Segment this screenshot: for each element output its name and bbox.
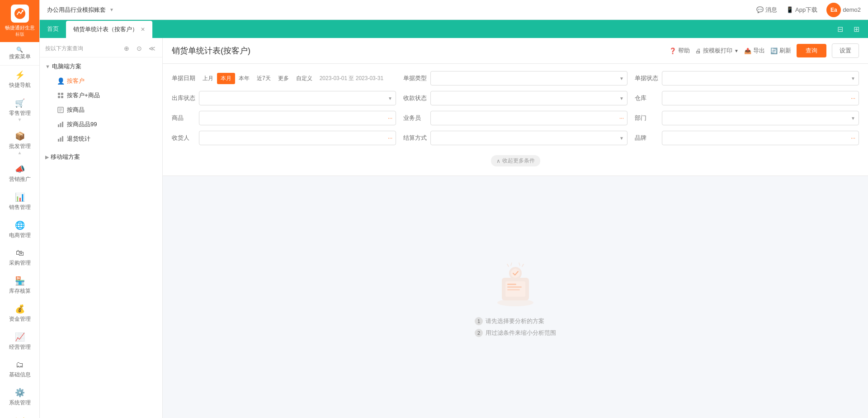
salesperson-label: 业务员 — [403, 114, 427, 122]
refresh-icon: 🔄 — [770, 48, 778, 54]
filter-item-product: 商品 ··· — [172, 111, 396, 125]
retail-label: 零售管理 — [9, 109, 31, 117]
tree-child-pc: 👤 按客户 按客户+商品 按商品 — [40, 74, 162, 146]
doc-status-control: ▼ — [662, 71, 859, 86]
tab-home-label: 首页 — [47, 25, 59, 33]
tree-section-mobile-title[interactable]: ▶ 移动端方案 — [40, 150, 162, 164]
collect-status-select[interactable] — [430, 91, 627, 105]
sidebar-item-purchase[interactable]: 🛍 采购管理 — [0, 244, 39, 271]
date-tab-7days[interactable]: 近7天 — [253, 73, 274, 84]
sidebar-item-quicknav[interactable]: ⚡ 快捷导航 — [0, 66, 39, 94]
filter-item-salesperson: 业务员 ··· — [403, 111, 627, 125]
ecommerce-icon: 🌐 — [15, 220, 25, 230]
username: demo2 — [843, 6, 861, 13]
purchase-icon: 🛍 — [16, 248, 24, 258]
page-title: 销货单统计表(按客户) — [172, 45, 250, 56]
template-print-btn[interactable]: 🖨 按模板打印 ▼ — [695, 47, 739, 55]
pc-expand-icon: ▼ — [45, 64, 50, 69]
refresh-btn[interactable]: 🔄 刷新 — [770, 47, 791, 55]
filter-row-3: 商品 ··· 业务员 ··· 部门 — [172, 111, 859, 125]
date-tab-this-year[interactable]: 本年 — [235, 73, 253, 84]
brand-input[interactable] — [662, 131, 859, 145]
retail-expand-icon: ▼ — [18, 117, 22, 122]
export-btn[interactable]: 📤 导出 — [744, 47, 765, 55]
sidebar-item-finance[interactable]: 💰 资金管理 — [0, 299, 39, 328]
date-tab-last-month[interactable]: 上月 — [199, 73, 217, 84]
query-btn[interactable]: 查询 — [797, 44, 826, 57]
sidebar-item-enterprise[interactable]: 🤝 企业协同 — [0, 411, 39, 418]
industry-dropdown[interactable]: ▼ — [109, 7, 114, 12]
department-select[interactable] — [662, 111, 859, 125]
purchase-label: 采购管理 — [9, 259, 31, 267]
app-title: 畅捷通好生意 — [5, 24, 35, 31]
tab-minimize-btn[interactable]: ⊟ — [834, 23, 846, 35]
product-input[interactable] — [199, 111, 396, 125]
warehouse-input[interactable] — [662, 91, 859, 105]
finance-icon: 💰 — [15, 304, 25, 314]
collapse-row: ∧ 收起更多条件 — [172, 151, 859, 168]
sidebar-item-retail[interactable]: 🛒 零售管理 ▼ — [0, 94, 39, 127]
tree-item-by-product[interactable]: 按商品 — [51, 103, 162, 117]
receiver-input[interactable] — [199, 131, 396, 145]
salesperson-input[interactable] — [430, 111, 627, 125]
sales-icon: 📊 — [15, 192, 25, 202]
page-content: 按以下方案查询 ⊕ ⊙ ≪ ▼ 电脑端方案 👤 按客户 — [40, 38, 868, 418]
marketing-icon: 📣 — [15, 164, 25, 174]
wholesale-icon: 📦 — [15, 131, 25, 141]
brand-label: 品牌 — [635, 134, 658, 142]
return-stats-icon — [56, 136, 65, 142]
operation-icon: 📈 — [15, 332, 25, 342]
date-tab-more[interactable]: 更多 — [274, 73, 292, 84]
empty-tips: 1 请先选择要分析的方案 2 用过滤条件来缩小分析范围 — [475, 317, 556, 337]
doc-status-label: 单据状态 — [635, 74, 658, 82]
out-status-select[interactable] — [199, 91, 396, 105]
collapse-btn[interactable]: ∧ 收起更多条件 — [491, 155, 540, 166]
sidebar-item-inventory[interactable]: 🏪 库存核算 — [0, 271, 39, 299]
tree-item-by-product-99[interactable]: 按商品品99 — [51, 117, 162, 132]
sidebar-search[interactable]: 🔍 搜索菜单 — [0, 42, 39, 66]
sidebar-item-base[interactable]: 🗂 基础信息 — [0, 356, 39, 383]
scheme-title: 按以下方案查询 — [45, 45, 83, 52]
tab-close-btn[interactable]: ✕ — [141, 26, 145, 33]
scheme-actions: ⊕ ⊙ ≪ — [122, 43, 157, 53]
collect-status-control: ▼ — [430, 91, 627, 105]
tree-item-by-customer-product[interactable]: 按客户+商品 — [51, 88, 162, 103]
svg-rect-8 — [60, 123, 61, 127]
edit-scheme-btn[interactable]: ⊙ — [134, 43, 144, 53]
tree-item-return-stats[interactable]: 退货统计 — [51, 132, 162, 146]
tree-item-by-customer[interactable]: 👤 按客户 — [51, 74, 162, 88]
enterprise-icon: 🤝 — [15, 416, 25, 418]
filter-item-doc-status: 单据状态 ▼ — [635, 71, 859, 86]
sidebar-item-ecommerce[interactable]: 🌐 电商管理 — [0, 216, 39, 244]
tab-home[interactable]: 首页 — [40, 20, 66, 38]
return-stats-label: 退货统计 — [67, 135, 90, 143]
doc-status-select[interactable] — [662, 71, 859, 86]
wholesale-label: 批发管理 — [9, 142, 31, 150]
sidebar-item-marketing[interactable]: 📣 营销推广 — [0, 160, 39, 188]
date-tab-this-month[interactable]: 本月 — [217, 73, 235, 84]
message-btn[interactable]: 💬 消息 — [756, 6, 777, 14]
tree-section-pc-title[interactable]: ▼ 电脑端方案 — [40, 59, 162, 74]
svg-rect-2 — [58, 93, 60, 95]
marketing-label: 营销推广 — [9, 176, 31, 183]
system-label: 系统管理 — [9, 399, 31, 407]
user-profile[interactable]: Ea demo2 — [826, 3, 861, 17]
filter-item-payment: 结算方式 ▼ — [403, 131, 627, 145]
collapse-arrow-icon: ∧ — [496, 158, 500, 164]
tab-sales-stats[interactable]: 销货单统计表（按客户） ✕ — [66, 21, 152, 38]
empty-tip-2: 2 用过滤条件来缩小分析范围 — [475, 329, 556, 337]
settings-btn[interactable]: 设置 — [832, 43, 859, 58]
app-download-btn[interactable]: 📱 App下载 — [786, 6, 817, 14]
collapse-scheme-btn[interactable]: ≪ — [147, 43, 157, 53]
tab-maximize-btn[interactable]: ⊞ — [850, 23, 863, 35]
help-btn[interactable]: ❓ 帮助 — [669, 47, 690, 55]
add-scheme-btn[interactable]: ⊕ — [122, 43, 132, 53]
payment-select[interactable] — [430, 131, 627, 145]
sidebar-item-wholesale[interactable]: 📦 批发管理 ▲ — [0, 127, 39, 160]
sidebar-item-system[interactable]: ⚙️ 系统管理 — [0, 383, 39, 411]
date-tab-custom[interactable]: 自定义 — [292, 73, 316, 84]
salesperson-control: ··· — [430, 111, 627, 125]
sidebar-item-operation[interactable]: 📈 经营管理 — [0, 328, 39, 356]
doc-type-select[interactable] — [430, 71, 627, 86]
sidebar-item-sales[interactable]: 📊 销售管理 — [0, 188, 39, 216]
